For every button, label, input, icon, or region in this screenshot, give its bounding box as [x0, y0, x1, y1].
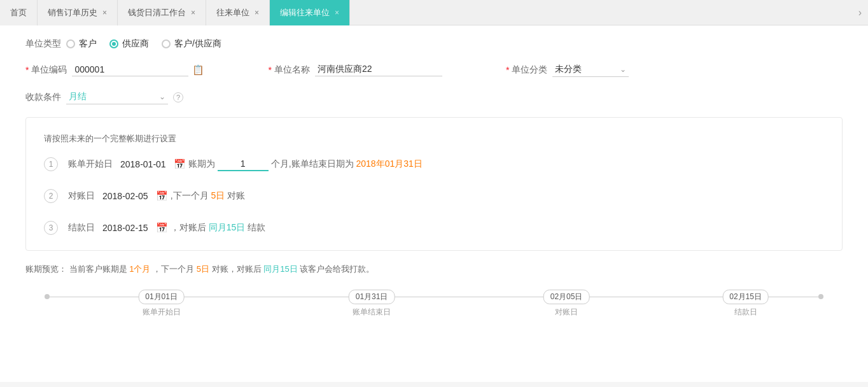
unit-code-label: 单位编码 [31, 64, 67, 76]
timeline-node-3-date: 02月05日 [543, 290, 590, 304]
tab-partner-units-label: 往来单位 [216, 7, 249, 18]
unit-info-row: * 单位编码 📋 * 单位名称 * 单位分类 未分类 ⌄ [25, 62, 843, 77]
step-3-prefix: ，对账后 [171, 222, 206, 234]
unit-name-label: 单位名称 [274, 64, 310, 76]
main-content: 单位类型 客户 供应商 客户/供应商 * 单位编码 📋 * [0, 25, 868, 382]
unit-category-arrow-icon[interactable]: ⌄ [617, 65, 629, 74]
tab-partner-units[interactable]: 往来单位 × [206, 0, 270, 25]
tab-edit-partner-label: 编辑往来单位 [280, 7, 330, 18]
step-label-1: 账单开始日 [68, 158, 113, 170]
step-2-highlight: 5日 [211, 190, 225, 202]
step-date-1: 2018-01-01 [120, 159, 166, 169]
step-period-input[interactable] [218, 157, 269, 171]
step-num-1: 1 [44, 157, 58, 171]
tab-edit-partner[interactable]: 编辑往来单位 × [270, 0, 350, 25]
unit-type-label: 单位类型 [25, 38, 61, 50]
payment-condition-dropdown[interactable]: 月结 ⌄ [66, 90, 168, 104]
card-title: 请按照未来的一个完整帐期进行设置 [44, 133, 824, 144]
preview-highlight3: 同月15日 [263, 264, 297, 274]
timeline-start-dot [45, 294, 50, 299]
tab-sales-history[interactable]: 销售订单历史 × [38, 0, 118, 25]
tab-home[interactable]: 首页 [0, 0, 38, 25]
step-3-suffix: 结款 [248, 222, 265, 234]
timeline-line-row: 01月01日 01月31日 02月05日 02月15日 [45, 290, 823, 303]
step-cal-icon-3[interactable]: 📅 [156, 222, 168, 234]
payment-condition-row: 收款条件 月结 ⌄ ? [25, 90, 843, 104]
unit-code-copy-icon[interactable]: 📋 [192, 64, 204, 76]
radio-supplier-circle [109, 39, 118, 48]
radio-customer-circle [66, 39, 75, 48]
preview-highlight1: 1个月 [129, 264, 150, 274]
payment-condition-arrow-icon[interactable]: ⌄ [157, 92, 168, 101]
tab-cash-workbench[interactable]: 钱货日清工作台 × [118, 0, 206, 25]
tabs-bar: 首页 销售订单历史 × 钱货日清工作台 × 往来单位 × 编辑往来单位 × › [0, 0, 868, 25]
timeline-container: 01月01日 01月31日 02月05日 02月15日 账单开始日 账单结束日 … [25, 290, 843, 322]
tab-partner-units-close[interactable]: × [255, 8, 259, 17]
tab-cash-workbench-label: 钱货日清工作台 [128, 7, 186, 18]
step-date-3: 2018-02-15 [102, 223, 148, 233]
step-cal-icon-2[interactable]: 📅 [156, 190, 168, 202]
timeline-node-4: 02月15日 [722, 290, 769, 304]
preview-before1: 当前客户账期是 [69, 264, 127, 274]
timeline-node-1: 01月01日 [138, 290, 185, 304]
tab-sales-history-label: 销售订单历史 [48, 7, 97, 18]
timeline-labels-row: 账单开始日 账单结束日 对账日 结款日 [45, 307, 823, 322]
timeline-end-dot [818, 294, 823, 299]
timeline-node-4-date: 02月15日 [722, 290, 769, 304]
preview-between2: 对账，对账后 [212, 264, 262, 274]
unit-category-dropdown[interactable]: 未分类 ⌄ [552, 62, 629, 77]
radio-supplier-label: 供应商 [122, 38, 149, 50]
preview-text: 账期预览： 当前客户账期是 1个月 ，下一个月 5日 对账，对账后 同月15日 … [25, 264, 843, 275]
step-2-prefix: ,下一个月 [171, 190, 209, 202]
step-row-3: 3 结款日 2018-02-15 📅 ，对账后同月15日结款 [44, 221, 824, 235]
step-date-2: 2018-02-05 [102, 191, 148, 201]
step-cal-icon-1[interactable]: 📅 [174, 158, 186, 170]
card-section: 请按照未来的一个完整帐期进行设置 1 账单开始日 2018-01-01 📅 账期… [25, 117, 843, 251]
unit-category-value: 未分类 [552, 62, 617, 76]
unit-category-field: * 单位分类 未分类 ⌄ [506, 62, 629, 77]
step-label-3: 结款日 [68, 222, 95, 234]
tab-arrow[interactable]: › [852, 7, 868, 18]
unit-name-required: * [268, 65, 271, 75]
tab-home-label: 首页 [10, 7, 27, 18]
timeline-node-1-date: 01月01日 [138, 290, 185, 304]
step-num-2: 2 [44, 189, 58, 203]
payment-condition-help-icon[interactable]: ? [173, 92, 183, 102]
preview-highlight2: 5日 [197, 264, 209, 274]
step-period-prefix: 账期为 [188, 158, 215, 170]
timeline-label-1: 账单开始日 [143, 307, 181, 318]
step-period-end-date: 2018年01月31日 [356, 158, 423, 170]
unit-category-required: * [506, 65, 509, 75]
payment-condition-label: 收款条件 [25, 92, 61, 103]
step-row-1: 1 账单开始日 2018-01-01 📅 账期为 个月,账单结束日期为 2018… [44, 157, 824, 171]
radio-customer-supplier-label: 客户/供应商 [174, 38, 221, 50]
tab-edit-partner-close[interactable]: × [335, 8, 339, 17]
radio-customer-label: 客户 [79, 38, 97, 50]
preview-end: 该客户会给我打款。 [300, 264, 374, 274]
preview-label: 账期预览： [25, 264, 67, 274]
unit-type-row: 单位类型 客户 供应商 客户/供应商 [25, 38, 843, 50]
unit-type-radio-group: 客户 供应商 客户/供应商 [66, 38, 221, 50]
step-2-suffix: 对账 [227, 190, 245, 202]
radio-customer-supplier[interactable]: 客户/供应商 [162, 38, 221, 50]
timeline-label-4: 结款日 [734, 307, 757, 318]
step-label-2: 对账日 [68, 190, 95, 202]
step-3-highlight: 同月15日 [209, 222, 246, 234]
step-period-suffix: 个月,账单结束日期为 [271, 158, 354, 170]
unit-category-label: 单位分类 [512, 64, 547, 76]
preview-between1: ，下一个月 [153, 264, 194, 274]
unit-code-input[interactable] [72, 63, 188, 76]
timeline-label-3: 对账日 [555, 307, 578, 318]
payment-condition-value: 月结 [66, 90, 157, 104]
step-row-2: 2 对账日 2018-02-05 📅 ,下一个月5日对账 [44, 189, 824, 203]
timeline-label-2: 账单结束日 [353, 307, 391, 318]
tab-cash-workbench-close[interactable]: × [191, 8, 195, 17]
unit-name-field: * 单位名称 [268, 63, 442, 76]
radio-supplier[interactable]: 供应商 [109, 38, 149, 50]
unit-code-required: * [25, 65, 29, 75]
unit-name-input[interactable] [315, 63, 442, 76]
radio-customer-supplier-circle [162, 39, 171, 48]
tab-sales-history-close[interactable]: × [102, 8, 107, 17]
timeline-node-3: 02月05日 [543, 290, 590, 304]
radio-customer[interactable]: 客户 [66, 38, 97, 50]
